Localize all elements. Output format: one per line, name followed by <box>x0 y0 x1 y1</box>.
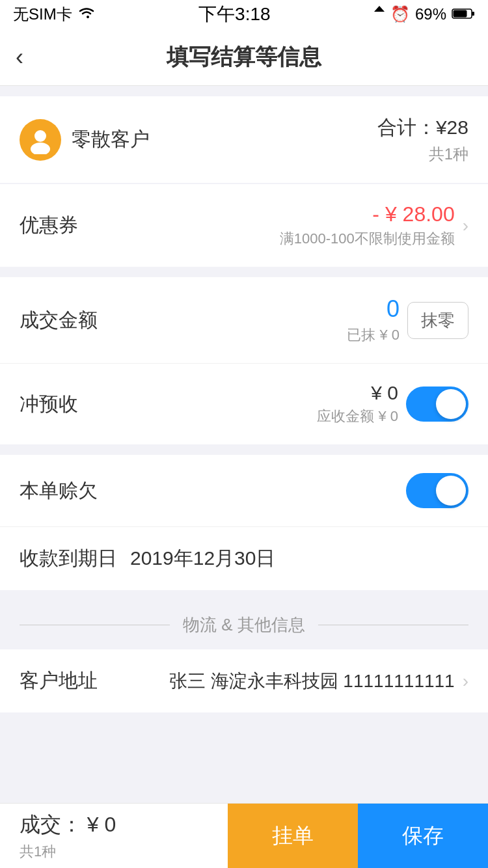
logistics-line-right <box>318 625 468 625</box>
section-divider-1 <box>0 267 488 277</box>
svg-rect-1 <box>472 12 474 16</box>
debt-row: 本单赊欠 <box>0 455 488 527</box>
round-zero-button[interactable]: 抹零 <box>407 302 468 339</box>
deal-amount-row: 成交金额 0 已抹 ¥ 0 抹零 <box>0 277 488 364</box>
alarm-icon: ⏰ <box>390 5 410 23</box>
section-divider-2 <box>0 444 488 455</box>
logistics-line-left <box>20 625 170 625</box>
customer-row: 零散客户 合计：¥28 共1种 <box>0 96 488 183</box>
status-time: 下午3:18 <box>198 2 271 27</box>
bottom-summary-top: 成交： ¥ 0 <box>20 811 208 839</box>
due-date-label: 收款到期日 <box>20 545 117 572</box>
logistics-label: 物流 & 其他信息 <box>183 614 305 636</box>
chevron-right-icon: › <box>463 215 468 236</box>
address-row[interactable]: 客户地址 张三 海淀永丰科技园 11111111111 › <box>0 649 488 712</box>
debt-toggle[interactable] <box>406 473 468 508</box>
pre-receive-label: 冲预收 <box>20 391 78 418</box>
pre-receive-row: 冲预收 ¥ 0 应收金额 ¥ 0 <box>0 364 488 444</box>
address-label: 客户地址 <box>20 668 98 694</box>
address-value: 张三 海淀永丰科技园 11111111111 <box>111 669 455 694</box>
bottom-deal-label: 成交： <box>20 813 82 836</box>
bottom-summary: 成交： ¥ 0 共1种 <box>0 804 228 868</box>
location-icon <box>373 5 385 23</box>
section-divider-3 <box>0 590 488 601</box>
pre-receive-amount: ¥ 0 <box>371 382 398 404</box>
back-button[interactable]: ‹ <box>16 44 23 71</box>
customer-name: 零散客户 <box>72 126 150 153</box>
page-title: 填写结算等信息 <box>167 42 321 72</box>
status-bar: 无SIM卡 下午3:18 ⏰ 69% <box>0 0 488 29</box>
svg-rect-2 <box>454 10 467 18</box>
coupon-row[interactable]: 优惠券 - ¥ 28.00 满1000-100不限制使用金额 › <box>0 184 488 267</box>
hang-button[interactable]: 挂单 <box>228 804 358 868</box>
wifi-icon <box>77 5 96 23</box>
debt-label: 本单赊欠 <box>20 478 98 504</box>
svg-point-3 <box>34 130 46 142</box>
status-right: ⏰ 69% <box>373 5 475 23</box>
customer-avatar <box>20 119 61 161</box>
pre-receive-sub: 应收金额 ¥ 0 <box>317 407 398 426</box>
logistics-section-header: 物流 & 其他信息 <box>0 601 488 649</box>
battery-percent: 69% <box>415 5 446 23</box>
debt-toggle-knob <box>436 476 466 506</box>
coupon-desc: 满1000-100不限制使用金额 <box>280 229 455 249</box>
pre-receive-toggle[interactable] <box>406 387 468 422</box>
due-date-row: 收款到期日 2019年12月30日 <box>0 527 488 590</box>
nav-bar: ‹ 填写结算等信息 <box>0 29 488 86</box>
bottom-summary-count: 共1种 <box>20 842 208 861</box>
deal-amount-sub: 已抹 ¥ 0 <box>347 325 400 345</box>
due-date-value[interactable]: 2019年12月30日 <box>130 545 275 572</box>
sim-signal: 无SIM卡 <box>13 4 72 25</box>
bottom-deal-amount: ¥ 0 <box>87 813 116 836</box>
customer-count: 共1种 <box>377 144 468 165</box>
svg-point-4 <box>31 142 50 154</box>
deal-amount-label: 成交金额 <box>20 307 98 334</box>
status-left: 无SIM卡 <box>13 4 96 25</box>
toggle-knob <box>436 389 466 419</box>
address-chevron-icon: › <box>463 671 468 692</box>
coupon-label: 优惠券 <box>20 212 78 239</box>
deal-amount-value[interactable]: 0 <box>347 295 400 323</box>
coupon-amount: - ¥ 28.00 <box>280 202 455 226</box>
save-button[interactable]: 保存 <box>358 804 488 868</box>
customer-total: 合计：¥28 <box>377 115 468 141</box>
battery-icon <box>452 5 475 23</box>
bottom-bar: 成交： ¥ 0 共1种 挂单 保存 <box>0 803 488 868</box>
